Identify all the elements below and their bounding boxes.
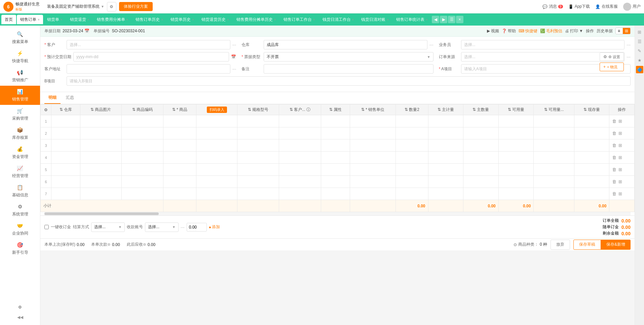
- address-expand-btn[interactable]: ···: [232, 66, 236, 72]
- online-support-btn[interactable]: 👤 在线客服: [595, 4, 618, 9]
- row-2-available[interactable]: [498, 127, 534, 139]
- row-7-customer-code[interactable]: [279, 188, 321, 200]
- row-1-available2[interactable]: [534, 115, 574, 127]
- row-5-image[interactable]: [80, 164, 122, 176]
- tab-close-sales-goods[interactable]: ×: [61, 18, 63, 22]
- row-3-copy-btn[interactable]: ⊞: [618, 143, 622, 148]
- row-2-main-qty[interactable]: [463, 127, 499, 139]
- th-spec[interactable]: ⇅ 规格型号: [237, 105, 279, 115]
- row-1-qty2[interactable]: [396, 115, 428, 127]
- sidebar-item-quick-nav[interactable]: ⚡ 快捷导航: [0, 47, 40, 67]
- customer-expand-btn[interactable]: ···: [232, 42, 236, 47]
- row-5-current[interactable]: [574, 164, 609, 176]
- th-attr[interactable]: ⇅ 属性: [321, 105, 350, 115]
- th-product[interactable]: ⇅ * 商品: [163, 105, 196, 115]
- row-2-spec[interactable]: [237, 127, 279, 139]
- tab-order-history[interactable]: 销售订单历史 ×: [132, 15, 166, 24]
- row-2-warehouse[interactable]: [51, 127, 80, 139]
- right-panel-btn-1[interactable]: ⊞: [636, 28, 643, 36]
- row-2-unit[interactable]: [350, 127, 396, 139]
- profit-btn[interactable]: 💹 毛利预估: [540, 28, 562, 34]
- sidebar-item-search[interactable]: 🔍 搜索菜单: [0, 28, 40, 47]
- row-3-unit[interactable]: [350, 139, 396, 152]
- row-5-available2[interactable]: [534, 164, 574, 176]
- row-5-product[interactable]: [163, 164, 196, 176]
- th-main-unit[interactable]: ⇅ 主计量: [428, 105, 463, 115]
- row-3-attr[interactable]: [321, 139, 350, 152]
- operation-btn[interactable]: 操作: [586, 28, 594, 34]
- order-source-expand-btn[interactable]: ···: [627, 54, 631, 59]
- row-7-main-qty[interactable]: [463, 188, 499, 200]
- tab-daily-clear[interactable]: 钱货日清工作台 ×: [319, 15, 357, 24]
- row-4-code[interactable]: [122, 152, 163, 164]
- row-7-current[interactable]: [574, 188, 609, 200]
- row-7-product[interactable]: [163, 188, 196, 200]
- save-new-btn[interactable]: 保存&新增: [601, 240, 631, 250]
- calendar-icon[interactable]: 📅: [84, 29, 89, 33]
- row-6-available[interactable]: [498, 176, 534, 188]
- th-qty2[interactable]: ⇅ 数量2: [396, 105, 428, 115]
- tab-close-sales-order[interactable]: ×: [38, 18, 40, 22]
- row-4-qty2[interactable]: [396, 152, 428, 164]
- th-image[interactable]: ⇅ 商品图片: [80, 105, 122, 115]
- row-6-customer-code[interactable]: [279, 176, 321, 188]
- grid-view-btn[interactable]: ⊞: [623, 28, 630, 34]
- staff-input[interactable]: [461, 40, 625, 49]
- history-btn[interactable]: 历史单据: [597, 28, 613, 34]
- row-4-product[interactable]: [163, 152, 196, 164]
- tab-close-daily-clear[interactable]: ×: [352, 18, 354, 22]
- row-6-product[interactable]: [163, 176, 196, 188]
- row-2-delete-btn[interactable]: 🗑: [612, 131, 616, 136]
- row-7-main-unit[interactable]: [428, 188, 463, 200]
- system-name[interactable]: 装备及固定资产辅助管理系统 ▼: [47, 4, 104, 9]
- sidebar-item-system[interactable]: ⚙ 系统管理: [0, 201, 40, 220]
- row-5-main-qty[interactable]: [463, 164, 499, 176]
- sidebar-settings-btn[interactable]: ⚙: [0, 302, 40, 312]
- tab-close-workbench[interactable]: ×: [313, 18, 315, 22]
- tab-reconcile[interactable]: 钱货日清对账 ×: [358, 15, 392, 24]
- sidebar-item-operations[interactable]: 📈 经营管理: [0, 162, 40, 181]
- row-3-available2[interactable]: [534, 139, 574, 152]
- row-6-copy-btn[interactable]: ⊞: [618, 179, 622, 184]
- row-6-spec[interactable]: [237, 176, 279, 188]
- row-7-qty2[interactable]: [396, 188, 428, 200]
- tab-close-all-btn[interactable]: ×: [456, 16, 463, 23]
- detail-tab-mingxi[interactable]: 明细: [44, 92, 61, 104]
- discard-btn[interactable]: 放弃: [551, 240, 570, 250]
- row-6-available2[interactable]: [534, 176, 574, 188]
- row-6-delete-btn[interactable]: 🗑: [612, 179, 616, 184]
- row-7-attr[interactable]: [321, 188, 350, 200]
- message-btn[interactable]: 💬 消息 9: [542, 4, 563, 9]
- help-btn[interactable]: ❓ 帮助: [502, 28, 516, 34]
- row-6-code[interactable]: [122, 176, 163, 188]
- row-3-current[interactable]: [574, 139, 609, 152]
- one-click-checkbox[interactable]: [44, 225, 49, 229]
- row-3-spec[interactable]: [237, 139, 279, 152]
- right-panel-btn-3[interactable]: ✎: [636, 47, 643, 54]
- app-download-btn[interactable]: 📱 App下载: [568, 4, 590, 9]
- row-5-main-unit[interactable]: [428, 164, 463, 176]
- tab-return-history[interactable]: 销货退货历史 ×: [198, 15, 232, 24]
- th-settings[interactable]: ⚙: [41, 105, 51, 115]
- row-6-main-unit[interactable]: [428, 176, 463, 188]
- row-3-product[interactable]: [163, 139, 196, 152]
- th-available[interactable]: ⇅ 可用量: [498, 105, 534, 115]
- row-4-customer-code[interactable]: [279, 152, 321, 164]
- row-1-customer-code[interactable]: [279, 115, 321, 127]
- row-3-image[interactable]: [80, 139, 122, 152]
- row-1-current[interactable]: [574, 115, 609, 127]
- form-settings-btn[interactable]: ⚙ ⚙ 设置: [600, 52, 624, 61]
- tab-next-btn[interactable]: ▶: [440, 16, 447, 23]
- row-4-main-qty[interactable]: [463, 152, 499, 164]
- row-7-spec[interactable]: [237, 188, 279, 200]
- row-4-unit[interactable]: [350, 152, 396, 164]
- sidebar-item-basics[interactable]: 📋 基础信息: [0, 181, 40, 201]
- tab-close-return[interactable]: ×: [87, 18, 89, 22]
- industry-btn[interactable]: 体验行业方案: [119, 2, 153, 11]
- row-7-image[interactable]: [80, 188, 122, 200]
- row-4-spec[interactable]: [237, 152, 279, 164]
- row-7-unit[interactable]: [350, 188, 396, 200]
- tab-prev-btn[interactable]: ◀: [432, 16, 439, 23]
- row-1-available[interactable]: [498, 115, 534, 127]
- row-5-delete-btn[interactable]: 🗑: [612, 167, 616, 172]
